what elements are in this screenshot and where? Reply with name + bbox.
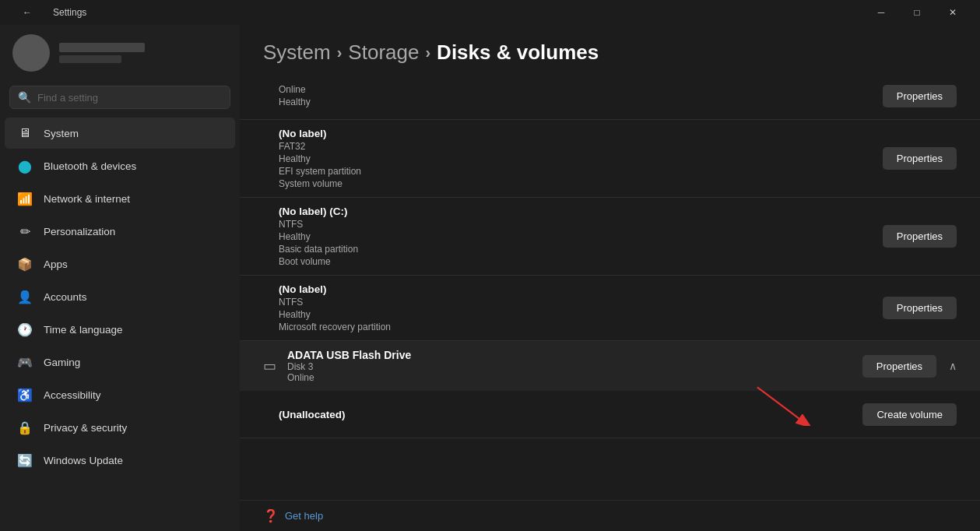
sidebar-label-system: System [44,128,79,139]
maximize-button[interactable]: □ [899,0,935,25]
partition-fs-fat32: FAT32 [279,141,883,152]
partition-info-c: (No label) (C:) NTFS Healthy Basic data … [279,206,883,267]
sidebar-label-time: Time & language [44,324,123,336]
network-icon: 📶 [17,191,33,206]
partition-extra1-recovery: Microsoft recovery partition [279,322,883,332]
user-sub-blur [59,55,121,63]
create-volume-button[interactable]: Create volume [862,403,957,426]
sidebar-label-gaming: Gaming [44,357,80,368]
partition-health-top: Healthy [279,97,883,107]
disk-section-usb: ▭ ADATA USB Flash Drive Disk 3 Online Pr… [240,341,980,438]
partition-name-fat32: (No label) [279,128,883,139]
usb-disk-num: Disk 3 [287,361,852,372]
update-icon: 🔄 [17,452,33,468]
properties-button-fat32[interactable]: Properties [883,147,957,170]
disk-list: Online Healthy Properties (No label) FAT… [240,72,980,500]
disk-section-c: (No label) (C:) NTFS Healthy Basic data … [240,198,980,276]
breadcrumb-sep2: › [425,44,430,62]
sidebar-label-network: Network & internet [44,193,130,205]
disk-header-info-usb: ADATA USB Flash Drive Disk 3 Online [287,349,852,383]
sidebar-item-personalization[interactable]: ✏ Personalization [5,216,235,247]
get-help-link[interactable]: Get help [285,510,323,522]
partition-extra1-c: Basic data partition [279,244,883,255]
svg-line-1 [757,387,799,418]
search-input[interactable] [37,92,222,104]
search-icon: 🔍 [18,91,31,104]
time-icon: 🕐 [17,322,33,337]
user-info [59,43,145,63]
search-bar[interactable]: 🔍 [9,86,230,109]
partition-extra2-c: Boot volume [279,256,883,267]
title-bar: ← Settings ─ □ ✕ [0,0,980,25]
privacy-icon: 🔒 [17,420,33,435]
app-body: 🔍 🖥 System ⬤ Bluetooth & devices 📶 Netwo… [0,25,980,531]
usb-disk-status: Online [287,372,852,383]
breadcrumb-storage: Storage [348,40,419,65]
title-bar-controls: ─ □ ✕ [863,0,971,25]
user-name-blur [59,43,145,52]
breadcrumb-sep1: › [337,44,342,62]
sidebar-item-network[interactable]: 📶 Network & internet [5,183,235,214]
partition-row-top: Online Healthy Properties [240,72,980,119]
sidebar-item-time[interactable]: 🕐 Time & language [5,314,235,345]
disk-section-top: Online Healthy Properties [240,72,980,120]
partition-extra1-fat32: EFI system partition [279,166,883,177]
personalization-icon: ✏ [17,223,33,239]
sidebar-item-apps[interactable]: 📦 Apps [5,248,235,280]
partition-row-c: (No label) (C:) NTFS Healthy Basic data … [240,198,980,275]
footer: ❓ Get help [240,500,980,531]
breadcrumb-system: System [263,40,331,65]
collapse-icon[interactable]: ∧ [949,360,957,372]
sidebar-item-accounts[interactable]: 👤 Accounts [5,281,235,312]
accounts-icon: 👤 [17,289,33,304]
partition-fs-c: NTFS [279,219,883,230]
sidebar: 🔍 🖥 System ⬤ Bluetooth & devices 📶 Netwo… [0,25,240,531]
sidebar-label-bluetooth: Bluetooth & devices [44,160,136,172]
sidebar-label-accessibility: Accessibility [44,389,101,401]
partition-info-fat32: (No label) FAT32 Healthy EFI system part… [279,128,883,189]
sidebar-item-system[interactable]: 🖥 System [5,118,235,149]
partition-status-top: Online [279,84,883,95]
properties-button-top[interactable]: Properties [883,85,957,107]
sidebar-nav: 🖥 System ⬤ Bluetooth & devices 📶 Network… [0,117,240,476]
partition-name-recovery: (No label) [279,283,883,295]
back-button[interactable]: ← [9,0,45,25]
partition-row-fat32: (No label) FAT32 Healthy EFI system part… [240,120,980,197]
disk-header-usb: ▭ ADATA USB Flash Drive Disk 3 Online Pr… [240,341,980,391]
partition-info-top: Online Healthy [279,84,883,107]
sidebar-item-gaming[interactable]: 🎮 Gaming [5,346,235,378]
title-bar-title: Settings [53,7,86,18]
sidebar-item-privacy[interactable]: 🔒 Privacy & security [5,412,235,443]
content-area: System › Storage › Disks & volumes Onlin… [240,25,980,531]
bluetooth-icon: ⬤ [17,158,33,174]
partition-extra2-fat32: System volume [279,178,883,189]
partition-health-recovery: Healthy [279,309,883,320]
breadcrumb: System › Storage › Disks & volumes [240,25,980,72]
disk-section-recovery: (No label) NTFS Healthy Microsoft recove… [240,276,980,341]
sidebar-item-bluetooth[interactable]: ⬤ Bluetooth & devices [5,150,235,181]
sidebar-profile [0,25,240,81]
sidebar-item-accessibility[interactable]: ♿ Accessibility [5,379,235,410]
minimize-button[interactable]: ─ [863,0,899,25]
properties-button-c[interactable]: Properties [883,225,957,248]
partition-health-fat32: Healthy [279,153,883,164]
usb-disk-icon: ▭ [263,357,276,375]
partition-health-c: Healthy [279,231,883,242]
partition-fs-recovery: NTFS [279,297,883,308]
usb-disk-btn-group: Properties ∧ [862,355,957,378]
partition-row-recovery: (No label) NTFS Healthy Microsoft recove… [240,276,980,340]
help-icon: ❓ [263,508,279,523]
red-arrow-annotation [750,383,813,426]
sidebar-label-privacy: Privacy & security [44,422,127,434]
partition-name-c: (No label) (C:) [279,206,883,217]
sidebar-label-update: Windows Update [44,455,123,466]
sidebar-item-update[interactable]: 🔄 Windows Update [5,445,235,476]
avatar [12,34,50,72]
disk-section-fat32: (No label) FAT32 Healthy EFI system part… [240,120,980,198]
close-button[interactable]: ✕ [935,0,971,25]
properties-button-recovery[interactable]: Properties [883,297,957,319]
sidebar-label-apps: Apps [44,258,68,270]
properties-button-usb[interactable]: Properties [862,355,936,378]
title-bar-left: ← Settings [9,0,86,25]
apps-icon: 📦 [17,256,33,272]
